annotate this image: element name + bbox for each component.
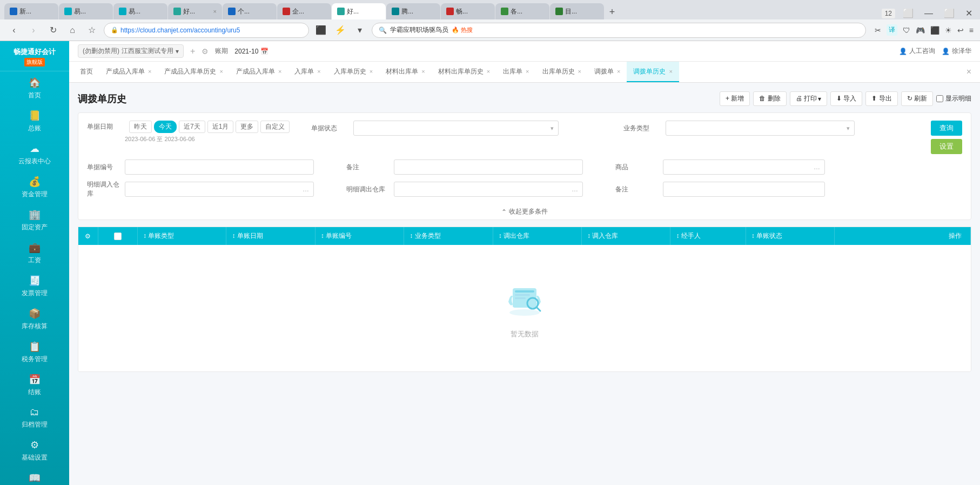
browser-tab-10[interactable]: 各... — [495, 3, 549, 19]
page-tab-allot-order-close[interactable]: × — [617, 68, 620, 75]
sidebar-item-archive[interactable]: 🗂 归档管理 — [0, 401, 69, 434]
shield-icon[interactable]: 🛡 — [903, 26, 910, 35]
back-button[interactable]: ‹ — [6, 23, 22, 38]
date-btn-1month[interactable]: 近1月 — [207, 121, 234, 133]
page-tab-mat-out-history[interactable]: 材料出库单历史 × — [432, 62, 496, 82]
page-tab-in-order-close[interactable]: × — [317, 68, 320, 75]
page-tab-allot-history-close[interactable]: × — [669, 68, 672, 75]
company-selector[interactable]: (勿删勿禁用) 江西服宝测试专用 ▾ — [78, 44, 184, 58]
th-biz-type[interactable]: ↕ 业务类型 — [404, 227, 493, 245]
address-input[interactable]: 🔒 https://cloud.chanjet.com/accounting/u… — [104, 23, 309, 38]
th-checkbox[interactable] — [98, 227, 137, 245]
page-tab-allot-history[interactable]: 调拨单历史 × — [627, 62, 679, 82]
sidebar-item-inventory[interactable]: 📦 库存核算 — [0, 302, 69, 335]
scissors-icon[interactable]: ✂ — [875, 26, 881, 35]
browser-tab-3[interactable]: 易... — [113, 3, 167, 19]
page-tab-out-history-close[interactable]: × — [578, 68, 581, 75]
translate-icon[interactable]: 译 — [887, 24, 897, 36]
sidebar-item-assets[interactable]: 🏢 固定资产 — [0, 203, 69, 236]
sidebar-item-tax[interactable]: 📋 税务管理 — [0, 335, 69, 368]
maximize-icon[interactable]: ⬜ — [941, 7, 958, 19]
date-btn-7days[interactable]: 近7天 — [179, 121, 205, 133]
new-tab-button[interactable]: + — [605, 4, 620, 19]
period-selector[interactable]: 2021-10 📅 — [234, 48, 269, 55]
home-button[interactable]: ⌂ — [65, 23, 80, 38]
page-tab-in-history-close[interactable]: × — [370, 68, 373, 75]
browser-tab-11[interactable]: 目... — [550, 3, 604, 19]
import-button[interactable]: ⬇ 导入 — [830, 91, 862, 106]
date-btn-custom[interactable]: 自定义 — [260, 121, 290, 133]
page-tab-out-order-close[interactable]: × — [526, 68, 529, 75]
export-button[interactable]: ⬆ 导出 — [865, 91, 897, 106]
sidebar-item-home[interactable]: 🏠 首页 — [0, 71, 69, 104]
page-tab-in-history[interactable]: 入库单历史 × — [327, 62, 379, 82]
user-avatar[interactable]: 👤 徐泽华 — [942, 46, 971, 56]
order-no-input[interactable] — [125, 160, 314, 175]
th-gear[interactable]: ⚙ — [78, 227, 98, 245]
biz-type-select[interactable]: ▾ — [666, 121, 855, 136]
theme-icon[interactable]: ☀ — [945, 26, 952, 35]
add-company-button[interactable]: + — [190, 46, 195, 56]
tab-count-badge[interactable]: 12 — [882, 9, 895, 18]
table-settings-icon[interactable]: ⚙ — [85, 232, 91, 240]
date-btn-today[interactable]: 今天 — [154, 121, 177, 133]
detail-in-dots-icon[interactable]: … — [303, 185, 309, 193]
date-btn-more[interactable]: 更多 — [236, 121, 258, 133]
grid-icon[interactable]: ⬛ — [930, 26, 939, 35]
page-tab-out-history[interactable]: 出库单历史 × — [536, 62, 588, 82]
note-input[interactable] — [394, 160, 583, 175]
page-tab-product-in[interactable]: 产成品入库单 × — [99, 62, 158, 82]
bookmark-button[interactable]: ☆ — [84, 23, 99, 38]
page-tab-in-order[interactable]: 入库单 × — [288, 62, 327, 82]
note2-input[interactable] — [663, 182, 825, 197]
detail-out-input[interactable]: … — [394, 182, 583, 197]
customer-service-button[interactable]: 👤 人工咨询 — [899, 46, 935, 56]
th-type[interactable]: ↕ 单账类型 — [137, 227, 226, 245]
page-tab-mat-out[interactable]: 材料出库单 × — [379, 62, 431, 82]
page-tab-mat-out-close[interactable]: × — [421, 68, 425, 75]
forward-button[interactable]: › — [26, 23, 41, 38]
page-tab-product-in-history[interactable]: 产成品入库单历史 × — [158, 62, 229, 82]
detail-out-dots-icon[interactable]: … — [572, 185, 578, 193]
page-tab-product-in2[interactable]: 产成品入库单 × — [230, 62, 288, 82]
select-all-checkbox[interactable] — [114, 232, 122, 240]
close-window-icon[interactable]: ✕ — [962, 7, 976, 19]
sidebar-item-salary[interactable]: 💼 工资 — [0, 236, 69, 269]
dropdown-arrow[interactable]: ▾ — [352, 23, 367, 38]
lightning-icon[interactable]: ⚡ — [333, 23, 348, 38]
detail-in-input[interactable]: … — [125, 182, 314, 197]
browser-tab-8[interactable]: 腾... — [386, 3, 440, 19]
status-select[interactable]: ▾ — [353, 121, 559, 136]
display-detail-label[interactable]: 显示明细 — [936, 94, 971, 103]
sidebar-item-ledger[interactable]: 📒 总账 — [0, 104, 69, 137]
settings-gear-icon[interactable]: ⚙ — [202, 47, 209, 56]
browser-search-bar[interactable]: 🔍 学霸应聘职场驱鸟员 🔥 热搜 — [372, 23, 866, 38]
extensions-menu[interactable]: ⬛ — [313, 23, 328, 38]
sidebar-item-guide[interactable]: 📖 新手引导 — [0, 467, 69, 485]
refresh-button-page[interactable]: ↻ 刷新 — [901, 91, 933, 106]
delete-button[interactable]: 🗑 删除 — [753, 91, 786, 106]
display-detail-checkbox[interactable] — [936, 95, 943, 102]
game-icon[interactable]: 🎮 — [916, 26, 925, 35]
th-date[interactable]: ↕ 单账日期 — [226, 227, 315, 245]
settings-button[interactable]: 设置 — [931, 139, 962, 154]
collapse-more-button[interactable]: ⌃ 收起更多条件 — [78, 204, 971, 220]
th-no[interactable]: ↕ 单账编号 — [315, 227, 404, 245]
tab-close-4[interactable]: × — [213, 8, 217, 15]
th-handler[interactable]: ↕ 经手人 — [670, 227, 746, 245]
minimize-icon[interactable]: — — [921, 8, 936, 19]
browser-tab-5[interactable]: 个... — [223, 3, 277, 19]
tabs-close-all-button[interactable]: × — [962, 65, 976, 79]
sidebar-item-basic[interactable]: ⚙ 基础设置 — [0, 434, 69, 467]
print-button[interactable]: 🖨 打印 ▾ — [790, 91, 827, 106]
goods-input[interactable]: … — [663, 160, 825, 175]
extensions-icon[interactable]: ⬜ — [900, 7, 917, 19]
menu-icon[interactable]: ≡ — [969, 26, 974, 35]
page-tab-allot-order[interactable]: 调拨单 × — [588, 62, 627, 82]
page-tab-product-in-close[interactable]: × — [148, 68, 151, 75]
page-tab-product-in2-close[interactable]: × — [278, 68, 281, 75]
browser-tab-6[interactable]: 企... — [277, 3, 331, 19]
sidebar-item-close[interactable]: 📅 结账 — [0, 368, 69, 401]
th-out-wh[interactable]: ↕ 调出仓库 — [493, 227, 581, 245]
date-btn-yesterday[interactable]: 昨天 — [129, 121, 152, 133]
